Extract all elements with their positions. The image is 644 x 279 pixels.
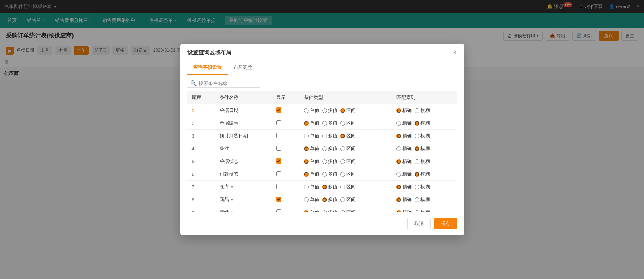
dialog-tabs: 查询字段设置 布局调整 xyxy=(180,60,464,75)
search-box: 🔍 xyxy=(187,79,260,80)
dialog-tab-query[interactable]: 查询字段设置 xyxy=(187,60,228,75)
dialog-header: 设置查询区域布局 × xyxy=(180,44,464,60)
dialog-close-button[interactable]: × xyxy=(453,49,457,56)
dialog-tab-layout[interactable]: 布局调整 xyxy=(228,60,258,75)
modal-overlay: 设置查询区域布局 × 查询字段设置 布局调整 🔍 顺序 条件名称 显示 xyxy=(0,0,644,80)
settings-dialog: 设置查询区域布局 × 查询字段设置 布局调整 🔍 顺序 条件名称 显示 xyxy=(180,44,464,80)
dialog-search-area: 🔍 xyxy=(180,75,464,80)
dialog-title: 设置查询区域布局 xyxy=(187,49,231,56)
